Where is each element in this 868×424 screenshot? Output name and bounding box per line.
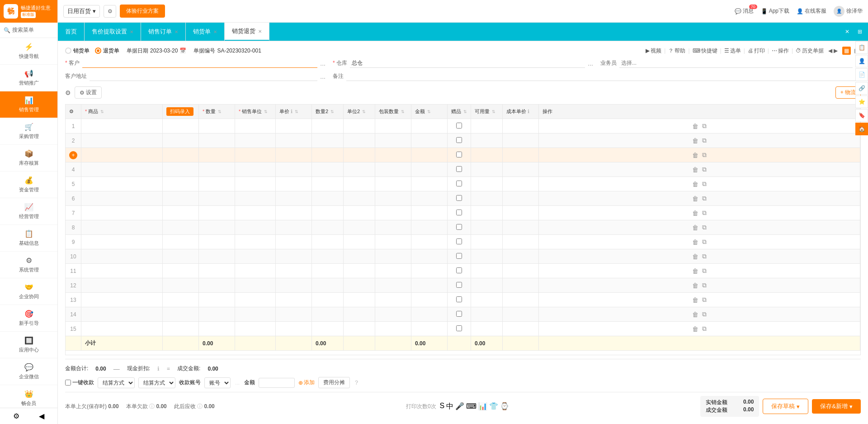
- row-3-qty2[interactable]: [312, 148, 344, 162]
- sidebar-item-purchase[interactable]: 🛒 采购管理: [0, 118, 57, 145]
- address-input[interactable]: [90, 71, 317, 81]
- save-draft-btn[interactable]: 保存草稿 ▾: [763, 399, 808, 414]
- row-14-delete[interactable]: 🗑: [691, 310, 699, 319]
- row-2-price[interactable]: [276, 133, 312, 148]
- radio-sales[interactable]: 销货单: [65, 47, 90, 55]
- right-panel-link-btn[interactable]: 🔗: [855, 82, 868, 95]
- row-1-unit[interactable]: [235, 119, 276, 133]
- right-panel-notes-btn[interactable]: 📋: [855, 41, 868, 54]
- row-3-qty[interactable]: [199, 148, 235, 162]
- tab-home[interactable]: 首页: [58, 23, 85, 41]
- row-13-copy[interactable]: ⧉: [701, 295, 708, 305]
- row-1-product[interactable]: [81, 119, 163, 133]
- tool-icon-1[interactable]: 中: [446, 402, 453, 411]
- sidebar-item-inventory[interactable]: 📦 库存核算: [0, 145, 57, 172]
- action-operate[interactable]: ⋯ 操作: [772, 47, 789, 55]
- tool-icon-4[interactable]: 📊: [478, 402, 487, 411]
- row-9-delete[interactable]: 🗑: [691, 237, 699, 247]
- save-new-btn[interactable]: 保存&新增 ▾: [812, 399, 861, 414]
- row-10-delete[interactable]: 🗑: [691, 252, 699, 261]
- row-2-product[interactable]: [81, 133, 163, 148]
- category-select[interactable]: 日用百货 ▾: [63, 5, 100, 18]
- row-3-unit2[interactable]: [344, 148, 375, 162]
- tab-close-price[interactable]: ✕: [130, 29, 133, 34]
- row-3-gift[interactable]: [448, 148, 471, 162]
- topbar-settings-btn[interactable]: ⚙: [104, 5, 116, 18]
- gift-check-11[interactable]: [456, 267, 462, 273]
- customer-select-btn[interactable]: ...: [320, 60, 326, 67]
- row-2-qty2[interactable]: [312, 133, 344, 148]
- sidebar-item-finance[interactable]: 💰 资金管理: [0, 172, 57, 198]
- radio-return[interactable]: 退货单: [95, 47, 119, 55]
- row-1-gift[interactable]: [448, 119, 471, 133]
- row-3-copy-btn[interactable]: ⧉: [701, 150, 708, 160]
- tab-close-sales[interactable]: ✕: [213, 29, 217, 34]
- gift-check-5[interactable]: [456, 181, 462, 186]
- right-panel-star-btn[interactable]: ⭐: [855, 95, 868, 108]
- sidebar-item-appcenter[interactable]: 🔲 应用中心: [0, 332, 57, 358]
- right-panel-bookmark-btn[interactable]: 🔖: [855, 109, 868, 122]
- gift-check-2[interactable]: [456, 137, 462, 143]
- row-8-delete[interactable]: 🗑: [691, 223, 699, 232]
- row-15-delete[interactable]: 🗑: [691, 324, 699, 333]
- row-2-pack[interactable]: [375, 133, 411, 148]
- sidebar-item-system[interactable]: ⚙ 系统管理: [0, 252, 57, 278]
- setting-btn[interactable]: ⚙ 设置: [75, 86, 102, 99]
- message-btn[interactable]: 💬 消息 70: [735, 7, 754, 15]
- row-5-delete[interactable]: 🗑: [691, 179, 699, 189]
- right-panel-home-btn[interactable]: 🏠: [855, 123, 868, 135]
- sort-qty-icon[interactable]: ⇅: [218, 110, 222, 114]
- product-input-1[interactable]: [85, 123, 159, 129]
- tool-icon-5[interactable]: 👕: [489, 402, 498, 411]
- gift-check-3[interactable]: [456, 152, 462, 157]
- row-12-delete[interactable]: 🗑: [691, 281, 699, 290]
- sort-available-icon[interactable]: ⇅: [492, 110, 495, 114]
- row-2-qty[interactable]: [199, 133, 235, 148]
- table-settings-btn[interactable]: ⚙: [65, 89, 71, 96]
- sidebar-item-newguide[interactable]: 🎯 新手引导: [0, 305, 57, 332]
- add-payment-btn[interactable]: ⊕ 添加: [298, 379, 315, 386]
- row-8-copy[interactable]: ⧉: [701, 223, 708, 232]
- gift-check-14[interactable]: [456, 311, 462, 317]
- gift-check-6[interactable]: [456, 195, 462, 201]
- action-video[interactable]: ▶ 视频: [646, 47, 661, 55]
- action-history[interactable]: ⏱ 历史单据: [796, 47, 824, 55]
- grid-view-btn[interactable]: ▦: [842, 47, 851, 55]
- sidebar-item-operations[interactable]: 📈 经营管理: [0, 198, 57, 225]
- row-11-copy[interactable]: ⧉: [701, 266, 708, 276]
- tab-close-all-btn[interactable]: ✕: [843, 27, 852, 36]
- row-3-product[interactable]: [81, 148, 163, 162]
- address-select-btn[interactable]: ...: [320, 73, 326, 80]
- action-help[interactable]: ？ 帮助: [668, 47, 685, 55]
- sidebar-settings-icon[interactable]: ⚙: [13, 412, 19, 420]
- gift-check-15[interactable]: [456, 325, 462, 331]
- row-1-pack[interactable]: [375, 119, 411, 133]
- row-3-unit[interactable]: [235, 148, 276, 162]
- payment-checkbox-input[interactable]: [65, 380, 71, 386]
- row-1-amount[interactable]: [411, 119, 448, 133]
- row-4-delete[interactable]: 🗑: [691, 165, 699, 174]
- draft-dropdown-icon[interactable]: ▾: [797, 403, 800, 410]
- row-4-copy[interactable]: ⧉: [701, 165, 708, 174]
- row-2-copy-btn[interactable]: ⧉: [701, 136, 708, 145]
- row-5-copy[interactable]: ⧉: [701, 179, 708, 189]
- prev-btn[interactable]: ◀: [828, 48, 832, 54]
- row-9-copy[interactable]: ⧉: [701, 237, 708, 247]
- gift-check-1[interactable]: [456, 123, 462, 129]
- row-2-unit2[interactable]: [344, 133, 375, 148]
- staff-input[interactable]: [619, 58, 853, 68]
- gift-check-10[interactable]: [456, 253, 462, 259]
- gift-check-4[interactable]: [456, 166, 462, 172]
- online-service-btn[interactable]: 👤 在线客服: [797, 7, 826, 15]
- gift-check-13[interactable]: [456, 296, 462, 302]
- tab-close-return[interactable]: ✕: [258, 29, 262, 34]
- sidebar-item-quicknav[interactable]: ⚡ 快捷导航: [0, 38, 57, 65]
- customer-input[interactable]: [82, 58, 317, 68]
- warehouse-input[interactable]: [350, 58, 585, 68]
- row-3-delete-btn[interactable]: 🗑: [691, 150, 699, 160]
- experience-btn[interactable]: 体验行业方案: [120, 5, 165, 18]
- amount-input[interactable]: [259, 378, 295, 388]
- row-7-copy[interactable]: ⧉: [701, 208, 708, 218]
- one-click-payment-check[interactable]: 一键收款: [65, 379, 94, 386]
- row-10-copy[interactable]: ⧉: [701, 252, 708, 261]
